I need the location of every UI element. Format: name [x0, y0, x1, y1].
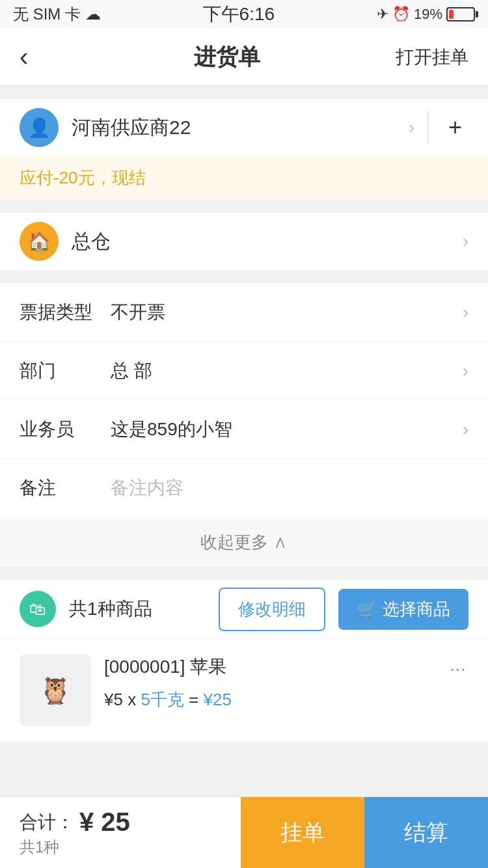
invoice-value: 不开票 [98, 300, 463, 325]
open-hold-button[interactable]: 打开挂单 [396, 45, 468, 70]
select-product-icon: 🛒 [357, 599, 377, 619]
warehouse-chevron-icon: › [463, 231, 468, 252]
total-label: 合计： ¥ 25 [20, 807, 221, 837]
status-time: 下午6:16 [203, 2, 275, 27]
supplier-divider [427, 111, 429, 144]
sales-rep-chevron-icon: › [463, 419, 468, 440]
select-product-button[interactable]: 🛒 选择商品 [338, 589, 468, 630]
total-amount: ¥ 25 [79, 807, 130, 837]
product-count-text: 共1种商品 [69, 597, 206, 621]
product-section: 🛍 共1种商品 修改明细 🛒 选择商品 🦉 [0000001] 苹果 ¥5 x … [0, 580, 488, 742]
gap-1 [0, 86, 488, 99]
supplier-row[interactable]: 👤 河南供应商22 › + [0, 99, 488, 156]
invoice-label: 票据类型 [20, 300, 98, 325]
payment-notice: 应付-20元，现结 [0, 156, 488, 200]
department-value: 总 部 [98, 359, 463, 383]
edit-detail-button[interactable]: 修改明细 [219, 588, 325, 631]
battery-icon [446, 7, 475, 21]
battery-text: 19% [414, 6, 442, 23]
warehouse-section: 🏠 总仓 › [0, 213, 488, 270]
price-unit: ¥5 x [104, 690, 141, 709]
price-equals: = [184, 690, 204, 709]
status-right: ✈ ⏰ 19% [377, 6, 475, 23]
product-header: 🛍 共1种商品 修改明细 🛒 选择商品 [0, 580, 488, 638]
product-info: [0000001] 苹果 ¥5 x 5千克 = ¥25 [104, 655, 434, 711]
department-row[interactable]: 部门 总 部 › [0, 342, 488, 400]
select-product-label: 选择商品 [383, 598, 450, 621]
gap-5 [0, 742, 488, 755]
warehouse-house-icon: 🏠 [28, 231, 51, 252]
status-left: 无 SIM 卡 ☁ [13, 4, 101, 25]
total-label-text: 合计： [20, 810, 74, 835]
product-count-icon: 🛍 [20, 591, 56, 627]
alarm-icon: ⏰ [392, 6, 410, 23]
sales-rep-value: 这是859的小智 [98, 417, 463, 442]
warehouse-row[interactable]: 🏠 总仓 › [0, 213, 488, 270]
product-price: ¥5 x 5千克 = ¥25 [104, 688, 434, 711]
supplier-chevron-icon: › [409, 117, 414, 138]
warehouse-name: 总仓 [72, 228, 463, 255]
supplier-avatar-icon: 👤 [28, 117, 51, 139]
invoice-chevron-icon: › [463, 302, 468, 323]
hold-button[interactable]: 挂单 [241, 797, 364, 869]
product-item: 🦉 [0000001] 苹果 ¥5 x 5千克 = ¥25 ··· [0, 638, 488, 742]
checkout-button[interactable]: 结算 [364, 797, 488, 869]
notes-label: 备注 [20, 476, 98, 500]
signal-text: 无 SIM 卡 ☁ [13, 4, 101, 25]
page-title: 进货单 [194, 42, 260, 72]
supplier-name: 河南供应商22 [72, 115, 409, 141]
owl-logo-icon: 🦉 [39, 675, 72, 706]
add-supplier-button[interactable]: + [442, 107, 468, 148]
product-thumbnail: 🦉 [20, 655, 91, 726]
back-icon: ‹ [20, 42, 28, 71]
collapse-button[interactable]: 收起更多 ∧ [0, 517, 488, 567]
back-button[interactable]: ‹ [20, 42, 59, 72]
cart-icon: 🛍 [29, 599, 46, 619]
product-name: [0000001] 苹果 [104, 655, 434, 679]
notes-placeholder[interactable]: 备注内容 [98, 476, 468, 500]
total-count: 共1种 [20, 837, 221, 858]
notes-row[interactable]: 备注 备注内容 [0, 459, 488, 517]
supplier-avatar: 👤 [20, 108, 59, 147]
status-bar: 无 SIM 卡 ☁ 下午6:16 ✈ ⏰ 19% [0, 0, 488, 29]
total-section: 合计： ¥ 25 共1种 [0, 807, 241, 858]
price-total: ¥25 [203, 690, 231, 709]
product-more-button[interactable]: ··· [447, 655, 468, 682]
sales-rep-label: 业务员 [20, 417, 98, 442]
sales-rep-row[interactable]: 业务员 这是859的小智 › [0, 400, 488, 459]
invoice-row[interactable]: 票据类型 不开票 › [0, 283, 488, 342]
location-icon: ✈ [377, 6, 388, 23]
form-section: 票据类型 不开票 › 部门 总 部 › 业务员 这是859的小智 › 备注 备注… [0, 283, 488, 517]
warehouse-icon: 🏠 [20, 222, 59, 261]
nav-bar: ‹ 进货单 打开挂单 [0, 29, 488, 86]
supplier-section: 👤 河南供应商22 › + 应付-20元，现结 [0, 99, 488, 200]
content-area: 👤 河南供应商22 › + 应付-20元，现结 🏠 总仓 › 票据类型 不开票 … [0, 86, 488, 833]
gap-4 [0, 567, 488, 580]
bottom-bar: 合计： ¥ 25 共1种 挂单 结算 [0, 796, 488, 868]
gap-2 [0, 200, 488, 213]
department-label: 部门 [20, 359, 98, 383]
gap-3 [0, 270, 488, 283]
department-chevron-icon: › [463, 360, 468, 381]
price-quantity: 5千克 [141, 690, 183, 709]
